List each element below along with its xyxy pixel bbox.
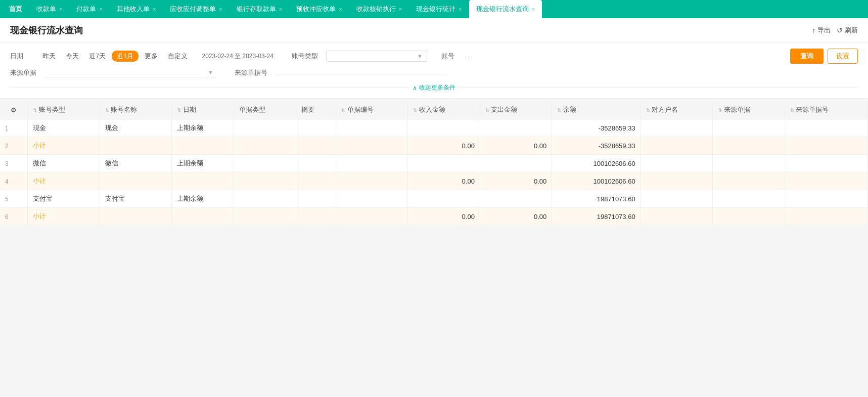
cell-counterparty bbox=[641, 119, 712, 137]
cell-counterparty bbox=[641, 155, 712, 172]
cell-source_doc bbox=[713, 172, 785, 190]
cell-doc_type bbox=[234, 172, 296, 190]
col-header-date[interactable]: ⇅ 日期 bbox=[172, 101, 234, 119]
nav-item-cash-bank-stat[interactable]: 现金银行统计× bbox=[409, 0, 469, 18]
source-doc-num-input[interactable] bbox=[276, 71, 447, 74]
cell-summary bbox=[296, 137, 336, 155]
nav-item-receipts[interactable]: 收款单× bbox=[29, 0, 69, 18]
collapse-bar[interactable]: ∧ 收起更多条件 bbox=[10, 81, 858, 94]
nav-item-bank-deposit[interactable]: 银行存取款单× bbox=[230, 0, 289, 18]
filter-row-2: 来源单据 ▼ 来源单据号 bbox=[10, 68, 858, 77]
date-option-today[interactable]: 今天 bbox=[62, 51, 83, 62]
cell-source_doc bbox=[713, 155, 785, 172]
cell-income bbox=[408, 155, 480, 172]
close-tab-icon[interactable]: × bbox=[219, 6, 222, 12]
date-range-display: 2023-02-24 至 2023-03-24 bbox=[202, 52, 273, 61]
close-tab-icon[interactable]: × bbox=[459, 6, 462, 12]
close-tab-icon[interactable]: × bbox=[59, 6, 62, 12]
nav-item-ar-ap-adjust[interactable]: 应收应付调整单× bbox=[163, 0, 229, 18]
filter-row-1: 日期 昨天今天近7天近1月更多自定义 2023-02-24 至 2023-03-… bbox=[10, 49, 858, 64]
cell-date bbox=[172, 208, 234, 226]
nav-home[interactable]: 首页 bbox=[2, 0, 29, 18]
cell-source_doc_no bbox=[785, 155, 867, 172]
close-tab-icon[interactable]: × bbox=[399, 6, 402, 12]
col-header-doc_no[interactable]: ⇅ 单据编号 bbox=[336, 101, 407, 119]
close-tab-icon[interactable]: × bbox=[279, 6, 282, 12]
cell-doc_type bbox=[234, 119, 296, 137]
cell-income: 0.00 bbox=[408, 208, 480, 226]
row-index: 2 bbox=[5, 143, 9, 150]
col-header-counterparty[interactable]: ⇅ 对方户名 bbox=[641, 101, 712, 119]
header-actions: ↑ 导出 ↺ 刷新 bbox=[812, 26, 858, 35]
nav-item-cash-bank-flow[interactable]: 现金银行流水查询× bbox=[469, 0, 542, 18]
date-options: 昨天今天近7天近1月更多自定义 bbox=[38, 51, 192, 62]
sort-icon-account_name: ⇅ bbox=[105, 107, 109, 113]
sort-icon-counterparty: ⇅ bbox=[646, 107, 650, 113]
cell-income: 0.00 bbox=[408, 172, 480, 190]
col-header-account_type[interactable]: ⇅ 账号类型 bbox=[28, 101, 100, 119]
data-table-container: ⚙⇅ 账号类型⇅ 账号名称⇅ 日期单据类型摘要⇅ 单据编号⇅ 收入金额⇅ 支出金… bbox=[0, 101, 868, 226]
cell-date bbox=[172, 172, 234, 190]
cell-account_type: 小计 bbox=[28, 208, 100, 226]
export-button[interactable]: ↑ 导出 bbox=[812, 26, 831, 35]
col-header-income[interactable]: ⇅ 收入金额 bbox=[408, 101, 480, 119]
cell-source_doc_no bbox=[785, 119, 867, 137]
top-navigation: 首页 收款单×付款单×其他收入单×应收应付调整单×银行存取款单×预收冲应收单×收… bbox=[0, 0, 868, 18]
query-button[interactable]: 查询 bbox=[790, 49, 824, 64]
cell-expense bbox=[480, 155, 552, 172]
date-option-yesterday[interactable]: 昨天 bbox=[38, 51, 60, 62]
cell-date bbox=[172, 137, 234, 155]
source-doc-label: 来源单据 bbox=[10, 68, 36, 77]
account-type-select[interactable]: ▼ bbox=[326, 51, 427, 62]
col-header-source_doc[interactable]: ⇅ 来源单据 bbox=[713, 101, 785, 119]
nav-item-other-income[interactable]: 其他收入单× bbox=[110, 0, 163, 18]
table-row: 4小计0.000.00100102606.60 bbox=[0, 172, 868, 190]
cell-settings: 2 bbox=[0, 137, 28, 155]
source-doc-num-label: 来源单据号 bbox=[235, 68, 267, 77]
cell-source_doc_no bbox=[785, 137, 867, 155]
close-tab-icon[interactable]: × bbox=[532, 6, 535, 12]
cell-settings: 4 bbox=[0, 172, 28, 190]
table-row: 1现金现金上期余额-3528659.33 bbox=[0, 119, 868, 137]
close-tab-icon[interactable]: × bbox=[153, 6, 156, 12]
table-row: 2小计0.000.00-3528659.33 bbox=[0, 137, 868, 155]
sort-icon-account_type: ⇅ bbox=[33, 107, 37, 113]
col-header-expense[interactable]: ⇅ 支出金额 bbox=[480, 101, 552, 119]
page-title: 现金银行流水查询 bbox=[10, 24, 83, 36]
row-index: 6 bbox=[5, 213, 9, 220]
cell-source_doc bbox=[713, 119, 785, 137]
cell-account_type: 现金 bbox=[28, 119, 100, 137]
export-icon: ↑ bbox=[812, 26, 815, 34]
close-tab-icon[interactable]: × bbox=[99, 6, 102, 12]
col-header-doc_type: 单据类型 bbox=[234, 101, 296, 119]
cell-doc_no bbox=[336, 208, 407, 226]
sort-icon-date: ⇅ bbox=[177, 107, 181, 113]
table-body: 1现金现金上期余额-3528659.332小计0.000.00-3528659.… bbox=[0, 119, 868, 226]
table-settings-icon[interactable]: ⚙ bbox=[11, 106, 17, 114]
col-header-account_name[interactable]: ⇅ 账号名称 bbox=[100, 101, 171, 119]
nav-item-collect-verify[interactable]: 收款核销执行× bbox=[349, 0, 409, 18]
collapse-icon: ∧ bbox=[413, 84, 417, 92]
cell-account_name bbox=[100, 208, 171, 226]
cell-summary bbox=[296, 190, 336, 208]
date-option-last7days[interactable]: 近7天 bbox=[85, 51, 110, 62]
source-doc-select[interactable]: ▼ bbox=[44, 68, 216, 77]
cell-balance: -3528659.33 bbox=[552, 137, 641, 155]
refresh-button[interactable]: ↺ 刷新 bbox=[837, 26, 858, 35]
account-dots[interactable]: ··· bbox=[465, 53, 473, 60]
settings-button[interactable]: 设置 bbox=[828, 49, 858, 64]
nav-item-advance-offset[interactable]: 预收冲应收单× bbox=[289, 0, 349, 18]
cell-settings: 6 bbox=[0, 208, 28, 226]
col-header-balance[interactable]: ⇅ 余额 bbox=[552, 101, 641, 119]
cell-counterparty bbox=[641, 172, 712, 190]
date-option-custom[interactable]: 自定义 bbox=[164, 51, 192, 62]
date-option-more[interactable]: 更多 bbox=[141, 51, 162, 62]
nav-item-payments[interactable]: 付款单× bbox=[69, 0, 109, 18]
cell-source_doc_no bbox=[785, 208, 867, 226]
close-tab-icon[interactable]: × bbox=[339, 6, 342, 12]
col-header-source_doc_no[interactable]: ⇅ 来源单据号 bbox=[785, 101, 867, 119]
cell-doc_type bbox=[234, 208, 296, 226]
cell-balance: 100102606.60 bbox=[552, 172, 641, 190]
date-filter-label: 日期 bbox=[10, 52, 30, 61]
date-option-last1month[interactable]: 近1月 bbox=[112, 51, 139, 62]
